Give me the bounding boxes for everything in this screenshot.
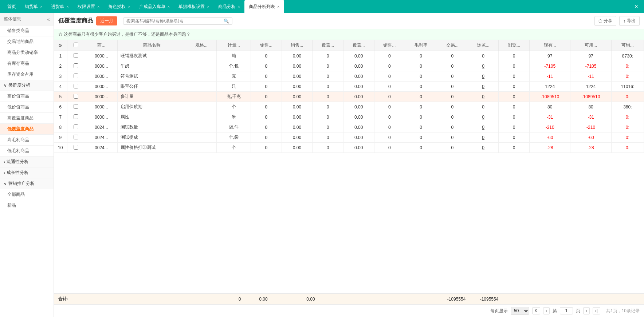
row-num: 1 [54, 51, 67, 61]
sidebar-item-high-coverage[interactable]: 高覆盖度商品 [0, 113, 54, 124]
th-cover1[interactable]: 覆盖... [313, 40, 343, 51]
sidebar-section-marketing-analysis[interactable]: ∨ 营销推广分析 [0, 178, 54, 189]
row-checkbox[interactable] [67, 82, 85, 92]
table-header-row: ⚙ 商... 商品名称 规格... 计量... 销售... 销售... 覆盖..… [54, 40, 644, 51]
close-icon[interactable]: × [168, 4, 170, 9]
row-browse1[interactable]: 0 [468, 92, 499, 102]
row-stock-now: 97 [530, 51, 570, 61]
th-trade[interactable]: 交易... [437, 40, 468, 51]
export-button[interactable]: ↑ 导出 [619, 16, 640, 26]
nav-template[interactable]: 单据模板设置 × [174, 0, 213, 13]
row-cover2: 0.00 [343, 92, 374, 102]
th-name[interactable]: 商品名称 [118, 40, 186, 51]
close-icon[interactable]: × [277, 4, 279, 9]
row-browse1[interactable]: 0 [468, 61, 499, 71]
row-checkbox[interactable] [67, 112, 85, 122]
sidebar-item-category-rate[interactable]: 商品分类动销率 [0, 47, 54, 58]
footer-total-label: 合计: [58, 296, 68, 302]
close-icon[interactable]: × [238, 4, 240, 9]
row-sales-qty: 0 [251, 122, 282, 132]
row-browse1[interactable]: 0 [468, 71, 499, 82]
row-checkbox[interactable] [67, 61, 85, 71]
sidebar-item-traded-goods[interactable]: 交易过的商品 [0, 36, 54, 47]
sidebar-section-group-analysis[interactable]: ∨ 类群度分析 [0, 80, 54, 91]
th-sales3[interactable]: 销售... [374, 40, 405, 51]
th-stock-use[interactable]: 可用... [570, 40, 611, 51]
th-stock-sell[interactable]: 可销... [611, 40, 644, 51]
nav-home[interactable]: 首页 [3, 0, 20, 13]
close-icon[interactable]: × [66, 4, 68, 9]
last-page-button[interactable]: ›| [593, 307, 600, 314]
row-checkbox[interactable] [67, 122, 85, 132]
row-stock-use: 97 [570, 51, 611, 61]
close-icon[interactable]: × [207, 4, 209, 9]
close-icon[interactable]: × [128, 4, 130, 9]
sidebar-item-all-goods[interactable]: 全部商品 [0, 189, 54, 200]
row-checkbox[interactable] [67, 132, 85, 143]
sidebar-item-low-margin[interactable]: 低毛利商品 [0, 146, 54, 156]
sidebar-item-low-value[interactable]: 低价值商品 [0, 102, 54, 113]
close-icon[interactable]: × [40, 4, 42, 9]
sidebar-item-new-goods[interactable]: 新品 [0, 200, 54, 211]
row-code: 0000... [85, 71, 118, 82]
th-spec[interactable]: 规格... [186, 40, 217, 51]
sidebar-item-high-margin[interactable]: 高毛利商品 [0, 135, 54, 146]
sidebar-section-growth-analysis[interactable]: › 成长性分析 [0, 167, 54, 178]
row-name: 属性 [118, 112, 186, 122]
row-checkbox[interactable] [67, 92, 85, 102]
th-sales-amt[interactable]: 销售... [282, 40, 313, 51]
nav-product-analysis-list[interactable]: 商品分析列表 × [244, 0, 284, 13]
share-button[interactable]: ⬡ 分享 [594, 16, 616, 26]
row-spec [186, 82, 217, 92]
row-sales-amt: 0.00 [282, 122, 313, 132]
page-size-select[interactable]: 50 100 200 [511, 307, 529, 315]
row-cover1: 0 [313, 143, 343, 153]
nav-permission[interactable]: 权限设置 × [73, 0, 104, 13]
row-checkbox[interactable] [67, 143, 85, 153]
th-browse2[interactable]: 浏览... [499, 40, 530, 51]
nav-purchase[interactable]: 进货单 × [47, 0, 73, 13]
page-number-input[interactable] [560, 307, 573, 314]
next-page-button[interactable]: › [583, 307, 590, 314]
th-unit[interactable]: 计量... [217, 40, 251, 51]
sidebar-section-flow-analysis[interactable]: › 流通性分析 [0, 156, 54, 167]
row-cover1: 0 [313, 112, 343, 122]
row-browse1[interactable]: 0 [468, 112, 499, 122]
prev-page-button[interactable]: ‹ [543, 307, 550, 314]
nav-sales-order[interactable]: 销货单 × [20, 0, 47, 13]
nav-product-analysis[interactable]: 商品分析 × [214, 0, 244, 13]
search-box: 🔍 [123, 17, 232, 25]
filter-recent-month-button[interactable]: 近一月 [96, 16, 117, 25]
th-browse1[interactable]: 浏览... [468, 40, 499, 51]
row-checkbox[interactable] [67, 51, 85, 61]
sidebar-item-sales-goods[interactable]: 销售类商品 [0, 25, 54, 36]
sidebar-item-in-stock[interactable]: 有库存商品 [0, 58, 54, 69]
sidebar-collapse-button[interactable]: « [47, 16, 50, 22]
th-code[interactable]: 商... [85, 40, 118, 51]
row-browse1[interactable]: 0 [468, 51, 499, 61]
close-icon[interactable]: × [97, 4, 99, 9]
th-stock-now[interactable]: 现有... [530, 40, 570, 51]
th-settings[interactable]: ⚙ [54, 40, 67, 51]
first-page-button[interactable]: K [532, 307, 540, 314]
row-checkbox[interactable] [67, 102, 85, 112]
sidebar-item-high-value[interactable]: 高价值商品 [0, 91, 54, 102]
search-input[interactable] [126, 19, 222, 24]
sidebar-item-low-coverage[interactable]: 低覆盖度商品 [0, 124, 54, 135]
row-checkbox[interactable] [67, 71, 85, 82]
sidebar-item-stock-fund[interactable]: 库存资金占用 [0, 69, 54, 80]
row-browse1[interactable]: 0 [468, 132, 499, 143]
nav-product-instock[interactable]: 产成品入库单 × [135, 0, 174, 13]
th-checkbox[interactable] [67, 40, 85, 51]
select-all-checkbox[interactable] [74, 43, 78, 47]
row-browse1[interactable]: 0 [468, 102, 499, 112]
nav-role[interactable]: 角色授权 × [104, 0, 134, 13]
window-close-button[interactable]: × [631, 3, 641, 11]
th-cover2[interactable]: 覆盖... [343, 40, 374, 51]
row-browse1[interactable]: 0 [468, 82, 499, 92]
th-gross-rate[interactable]: 毛利率 [405, 40, 437, 51]
th-sales-qty[interactable]: 销售... [251, 40, 282, 51]
row-browse1[interactable]: 0 [468, 122, 499, 132]
row-stock-use: 1224 [570, 82, 611, 92]
row-browse1[interactable]: 0 [468, 143, 499, 153]
